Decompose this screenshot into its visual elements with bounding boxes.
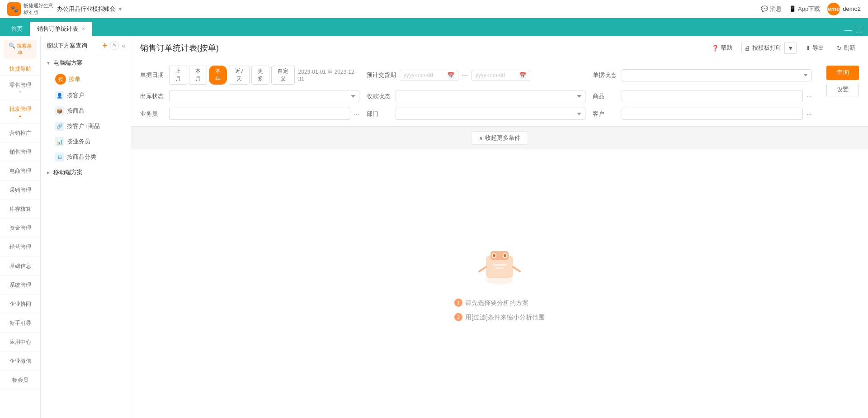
svg-line-10	[513, 267, 520, 271]
date-btn-custom[interactable]: 自定义	[271, 66, 294, 85]
tab-bar: 首页 销售订单统计表 × — ⛶	[0, 18, 868, 36]
status-select-wrap	[622, 69, 812, 81]
product-more-icon[interactable]: ···	[807, 93, 812, 100]
query-button[interactable]: 查询	[826, 66, 859, 80]
out-status-select[interactable]	[169, 90, 359, 102]
print-arrow[interactable]: ▼	[785, 43, 797, 54]
print-main[interactable]: 🖨 按模板打印	[741, 42, 785, 54]
maximize-icon[interactable]: ⛶	[855, 26, 863, 34]
topbar-right: 💬 消息 📱 App下载 demo2 demo2	[761, 3, 861, 15]
date-btn-more[interactable]: 更多	[251, 66, 269, 85]
date-separator: —	[462, 72, 468, 79]
help-icon: ❓	[712, 45, 719, 52]
tab-close-icon[interactable]: ×	[82, 26, 85, 32]
status-label: 单据状态	[593, 71, 618, 79]
sidebar: 🔍 搜索菜单 快捷导航 零售管理 ▾ 批发管理 ▴ 营销推广 销售管理 电商管理…	[0, 36, 41, 418]
customer-input[interactable]	[622, 108, 803, 120]
search-icon: 🔍	[9, 43, 15, 49]
sidebar-item-wholesale[interactable]: 批发管理 ▴	[0, 100, 40, 124]
scheme-item-by-category[interactable]: ⊞ 按商品分类	[41, 149, 131, 165]
filter-group-salesperson: 业务员 ···	[140, 108, 359, 120]
scheme-item-by-customer-product[interactable]: 🔗 按客户+商品	[41, 119, 131, 134]
expected-date-start[interactable]: yyyy-mm-dd 📅	[400, 70, 458, 81]
help-button[interactable]: ❓ 帮助	[708, 42, 736, 54]
sidebar-item-inventory[interactable]: 库存核算	[0, 200, 40, 219]
date-quick-btns: 上月 本月 本年 近7天 更多 自定义	[169, 66, 295, 85]
main-layout: 🔍 搜索菜单 快捷导航 零售管理 ▾ 批发管理 ▴ 营销推广 销售管理 电商管理…	[0, 36, 868, 418]
tabbar-right: — ⛶	[839, 26, 868, 36]
print-button[interactable]: 🖨 按模板打印 ▼	[741, 42, 797, 54]
empty-text: 1 请先选择要分析的方案 2 用[过滤]条件来缩小分析范围	[454, 296, 545, 325]
sidebar-item-purchase[interactable]: 采购管理	[0, 181, 40, 200]
refresh-button[interactable]: ↻ 刷新	[833, 42, 859, 54]
app-download-button[interactable]: 📱 App下载	[789, 5, 820, 13]
date-btn-this-month[interactable]: 本月	[189, 66, 207, 85]
by-order-circle: 按	[55, 74, 66, 85]
empty-step-2: 2 用[过滤]条件来缩小分析范围	[454, 311, 545, 323]
sidebar-item-retail[interactable]: 零售管理 ▾	[0, 76, 40, 100]
mobile-section-header[interactable]: ► 移动端方案	[41, 165, 131, 180]
empty-state: 1 请先选择要分析的方案 2 用[过滤]条件来缩小分析范围	[131, 149, 868, 418]
scheme-item-by-product[interactable]: 📦 按商品	[41, 103, 131, 119]
sidebar-quick-nav[interactable]: 快捷导航	[0, 62, 40, 76]
refresh-icon: ↻	[837, 45, 842, 52]
expected-date-end[interactable]: yyyy-mm-dd 📅	[472, 70, 530, 81]
filter-group-customer: 客户 ···	[593, 108, 812, 120]
collapse-button[interactable]: ∧ 收起更多条件	[471, 131, 528, 145]
edit-scheme-icon[interactable]: ✎	[110, 41, 119, 50]
message-button[interactable]: 💬 消息	[761, 5, 782, 13]
sidebar-item-member[interactable]: 畅会员	[0, 371, 40, 390]
calendar-end-icon: 📅	[519, 72, 526, 79]
scheme-item-by-order[interactable]: 按 按单	[41, 71, 131, 88]
scheme-item-by-salesperson[interactable]: 📊 按业务员	[41, 134, 131, 149]
sidebar-item-system[interactable]: 系统管理	[0, 276, 40, 295]
sidebar-item-appstore[interactable]: 应用中心	[0, 333, 40, 352]
collapse-panel-icon[interactable]: «	[122, 42, 125, 49]
sidebar-item-basic[interactable]: 基础信息	[0, 257, 40, 276]
sidebar-item-enterprise[interactable]: 企业协同	[0, 295, 40, 314]
user-area[interactable]: demo2 demo2	[827, 3, 861, 15]
empty-step-1: 1 请先选择要分析的方案	[454, 296, 545, 309]
date-btn-this-year[interactable]: 本年	[209, 66, 227, 85]
date-btn-last-month[interactable]: 上月	[169, 66, 187, 85]
topbar-title[interactable]: 办公用品行业模拟账套 ▼	[57, 5, 123, 13]
department-select[interactable]	[396, 108, 586, 120]
tab-sales-stats[interactable]: 销售订单统计表 ×	[30, 22, 92, 36]
calendar-start-icon: 📅	[447, 72, 454, 79]
salesperson-more-icon[interactable]: ···	[354, 110, 359, 118]
pay-status-select[interactable]	[396, 90, 586, 102]
sidebar-item-newbie[interactable]: 新手引导	[0, 314, 40, 333]
filter-group-department: 部门	[367, 108, 586, 120]
left-panel-header: 按以下方案查询 + ✎ «	[41, 36, 131, 55]
product-label: 商品	[593, 92, 618, 100]
add-scheme-icon[interactable]: +	[103, 41, 108, 50]
page-header: 销售订单统计表(按单) ❓ 帮助 🖨 按模板打印 ▼	[131, 36, 868, 59]
by-salesperson-icon: 📊	[55, 137, 64, 146]
product-input[interactable]	[622, 90, 803, 102]
sidebar-item-marketing[interactable]: 营销推广	[0, 124, 40, 143]
sidebar-item-finance[interactable]: 资金管理	[0, 219, 40, 238]
logo-text: 畅捷通好生意 标准版	[24, 2, 53, 15]
scheme-item-by-customer[interactable]: 👤 按客户	[41, 88, 131, 103]
left-panel-icons: + ✎ «	[103, 41, 125, 50]
customer-more-icon[interactable]: ···	[807, 110, 812, 118]
tab-home[interactable]: 首页	[4, 22, 30, 36]
settings-button[interactable]: 设置	[826, 83, 859, 96]
sidebar-item-operation[interactable]: 经营管理	[0, 238, 40, 257]
sidebar-item-wechat[interactable]: 企业微信	[0, 352, 40, 371]
export-button[interactable]: ⬇ 导出	[802, 42, 828, 54]
status-select[interactable]	[622, 69, 812, 81]
filter-section: 单据日期 上月 本月 本年 近7天 更多 自定义 2023-01-01 至 20…	[140, 66, 859, 120]
salesperson-input[interactable]	[169, 108, 350, 120]
sidebar-item-sales[interactable]: 销售管理	[0, 143, 40, 162]
by-customer-icon: 👤	[55, 91, 64, 100]
pay-status-label: 收款状态	[367, 92, 392, 100]
pc-section-header[interactable]: ▼ 电脑端方案	[41, 55, 131, 71]
dropdown-arrow-icon[interactable]: ▼	[118, 6, 123, 12]
sidebar-search-button[interactable]: 🔍 搜索菜单	[4, 40, 37, 59]
step-1-num: 1	[454, 299, 462, 307]
minimize-icon[interactable]: —	[844, 26, 852, 34]
date-btn-7days[interactable]: 近7天	[229, 66, 250, 85]
sidebar-item-ecommerce[interactable]: 电商管理	[0, 162, 40, 181]
avatar: demo2	[827, 3, 840, 15]
